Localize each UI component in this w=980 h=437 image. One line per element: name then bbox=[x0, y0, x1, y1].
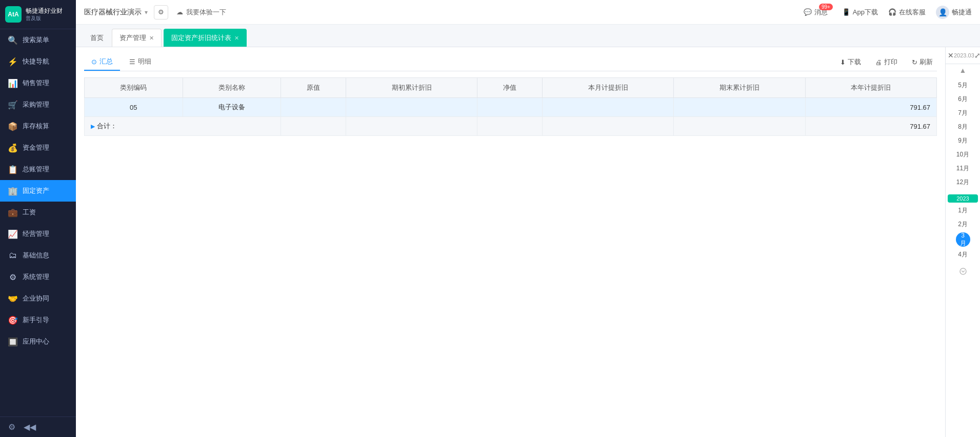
content-area: ⊙ 汇总 ☰ 明细 ⬇ 下载 🖨 打印 bbox=[76, 47, 980, 437]
sidebar-item-purchase[interactable]: 🛒 采购管理 bbox=[0, 94, 76, 115]
sub-tabs-right: ⬇ 下载 🖨 打印 ↻ 刷新 bbox=[836, 55, 937, 69]
col-category-code: 类别编码 bbox=[85, 78, 183, 98]
panel-period-label: 2023.03 bbox=[954, 52, 974, 58]
table-total-row: ▶ 合计： 791.67 bbox=[85, 117, 937, 136]
base-info-icon: 🗂 bbox=[8, 251, 17, 260]
tab-asset-mgmt[interactable]: 资产管理 ✕ bbox=[112, 29, 162, 47]
month-2023-2[interactable]: 2月 bbox=[946, 217, 980, 231]
sidebar-item-payroll[interactable]: 💼 工资 bbox=[0, 202, 76, 223]
month-2023-3[interactable]: 3月 bbox=[956, 232, 970, 247]
sub-tabs: ⊙ 汇总 ☰ 明细 ⬇ 下载 🖨 打印 bbox=[84, 53, 937, 71]
year-2023-section: 2023 1月 2月 3月 4月 bbox=[946, 191, 980, 264]
panel-expand-icon[interactable]: ⤢ bbox=[974, 51, 980, 59]
col-category-name: 类别名称 bbox=[183, 78, 281, 98]
settings-button[interactable]: ⚙ bbox=[154, 5, 168, 19]
sub-tab-detail[interactable]: ☰ 明细 bbox=[122, 53, 158, 71]
sidebar-item-fixed-assets[interactable]: 🏢 固定资产 bbox=[0, 180, 76, 202]
company-selector[interactable]: 医疗器械行业演示 ▾ bbox=[84, 8, 148, 17]
sidebar-label-guide: 新手引导 bbox=[23, 315, 49, 325]
sidebar-label-operations: 经营管理 bbox=[23, 229, 49, 239]
experience-label: 我要体验一下 bbox=[186, 8, 226, 17]
month-5[interactable]: 5月 bbox=[946, 78, 980, 92]
logo-icon: AtA bbox=[5, 6, 22, 23]
panel-up-arrow[interactable]: ▲ bbox=[946, 64, 980, 76]
sidebar-item-search[interactable]: 🔍 搜索菜单 bbox=[0, 29, 76, 51]
sidebar-logo: AtA 畅捷通好业财 普及版 bbox=[0, 0, 76, 29]
sidebar-label-finance: 资金管理 bbox=[23, 143, 49, 152]
detail-icon: ☰ bbox=[129, 58, 135, 66]
col-net-value: 净值 bbox=[477, 78, 543, 98]
guide-icon: 🎯 bbox=[8, 315, 17, 325]
depreciation-table: 类别编码 类别名称 原值 期初累计折旧 净值 本月计提折旧 期末累计折旧 本年计… bbox=[84, 77, 937, 136]
tab-home[interactable]: 首页 bbox=[84, 29, 110, 47]
sidebar-item-ledger[interactable]: 📋 总账管理 bbox=[0, 158, 76, 180]
sales-icon: 📊 bbox=[8, 78, 17, 88]
cell-code: 05 bbox=[85, 98, 183, 117]
company-chevron-icon: ▾ bbox=[145, 9, 148, 16]
collapse-icon[interactable]: ◀◀ bbox=[24, 422, 36, 432]
month-9[interactable]: 9月 bbox=[946, 134, 980, 148]
col-beginning-acc-dep: 期初累计折旧 bbox=[346, 78, 477, 98]
sidebar-label-enterprise: 企业协同 bbox=[23, 294, 49, 303]
logo-app-name: 畅捷通好业财 bbox=[26, 7, 63, 15]
panel-close-icon[interactable]: ✕ bbox=[948, 51, 954, 59]
tab-depreciation-report[interactable]: 固定资产折旧统计表 ✕ bbox=[164, 29, 247, 47]
cell-beginning-acc-dep bbox=[346, 98, 477, 117]
sidebar-label-purchase: 采购管理 bbox=[23, 100, 49, 109]
refresh-button[interactable]: ↻ 刷新 bbox=[908, 55, 937, 69]
sidebar-label-apps: 应用中心 bbox=[23, 337, 49, 346]
settings-bottom-icon[interactable]: ⚙ bbox=[8, 422, 15, 432]
sidebar-label-ledger: 总账管理 bbox=[23, 165, 49, 174]
sidebar-label-search: 搜索菜单 bbox=[23, 35, 49, 45]
topbar: 医疗器械行业演示 ▾ ⚙ ☁ 我要体验一下 💬 消息 99+ 📱 App下载 🎧… bbox=[76, 0, 980, 25]
payroll-icon: 💼 bbox=[8, 208, 17, 217]
total-net-value bbox=[477, 117, 543, 136]
month-10[interactable]: 10月 bbox=[946, 148, 980, 162]
sidebar-item-quick-nav[interactable]: ⚡ 快捷导航 bbox=[0, 51, 76, 72]
sidebar-label-quick-nav: 快捷导航 bbox=[23, 57, 49, 66]
tab-asset-mgmt-close-icon[interactable]: ✕ bbox=[149, 35, 154, 42]
sub-tab-summary[interactable]: ⊙ 汇总 bbox=[84, 53, 120, 71]
tabs-bar: 首页 资产管理 ✕ 固定资产折旧统计表 ✕ bbox=[76, 25, 980, 47]
month-11[interactable]: 11月 bbox=[946, 162, 980, 175]
experience-icon: ☁ bbox=[176, 8, 183, 16]
sidebar-item-system[interactable]: ⚙ 系统管理 bbox=[0, 266, 76, 288]
sidebar-item-apps[interactable]: 🔲 应用中心 bbox=[0, 331, 76, 352]
system-icon: ⚙ bbox=[8, 272, 17, 282]
user-profile[interactable]: 👤 畅捷通 bbox=[936, 6, 972, 19]
sidebar-item-inventory[interactable]: 📦 库存核算 bbox=[0, 115, 76, 137]
panel-down-arrow[interactable] bbox=[946, 266, 980, 279]
sidebar-item-base-info[interactable]: 🗂 基础信息 bbox=[0, 245, 76, 266]
month-2023-1[interactable]: 1月 bbox=[946, 204, 980, 217]
sidebar-item-guide[interactable]: 🎯 新手引导 bbox=[0, 309, 76, 331]
gear-icon: ⚙ bbox=[158, 8, 164, 16]
app-download-button[interactable]: 📱 App下载 bbox=[842, 8, 878, 17]
experience-button[interactable]: ☁ 我要体验一下 bbox=[176, 8, 226, 17]
sidebar-item-operations[interactable]: 📈 经营管理 bbox=[0, 223, 76, 245]
download-button[interactable]: ⬇ 下载 bbox=[836, 55, 865, 69]
month-2023-4[interactable]: 4月 bbox=[946, 248, 980, 262]
month-6[interactable]: 6月 bbox=[946, 92, 980, 106]
customer-service-button[interactable]: 🎧 在线客服 bbox=[888, 8, 926, 17]
user-name: 畅捷通 bbox=[952, 8, 972, 17]
message-badge: 99+ bbox=[819, 4, 833, 10]
sidebar-label-payroll: 工资 bbox=[23, 208, 36, 217]
total-original bbox=[281, 117, 346, 136]
sidebar: AtA 畅捷通好业财 普及版 🔍 搜索菜单 ⚡ 快捷导航 📊 销售管理 🛒 采购… bbox=[0, 0, 76, 437]
col-monthly-dep: 本月计提折旧 bbox=[543, 78, 674, 98]
service-icon: 🎧 bbox=[888, 8, 896, 16]
tab-depreciation-close-icon[interactable]: ✕ bbox=[234, 35, 239, 42]
fold-icon[interactable]: ▶ bbox=[91, 123, 95, 130]
cell-ending-acc-dep bbox=[674, 98, 805, 117]
print-button[interactable]: 🖨 打印 bbox=[871, 55, 902, 69]
month-7[interactable]: 7月 bbox=[946, 106, 980, 120]
col-original-value: 原值 bbox=[281, 78, 346, 98]
sidebar-item-finance[interactable]: 💰 资金管理 bbox=[0, 137, 76, 158]
sidebar-item-enterprise[interactable]: 🤝 企业协同 bbox=[0, 288, 76, 309]
col-yearly-dep: 本年计提折旧 bbox=[805, 78, 936, 98]
sidebar-item-sales[interactable]: 📊 销售管理 bbox=[0, 72, 76, 94]
sidebar-bottom: ⚙ ◀◀ bbox=[0, 416, 76, 437]
message-button[interactable]: 💬 消息 99+ bbox=[804, 8, 828, 17]
month-8[interactable]: 8月 bbox=[946, 120, 980, 134]
month-12[interactable]: 12月 bbox=[946, 175, 980, 189]
